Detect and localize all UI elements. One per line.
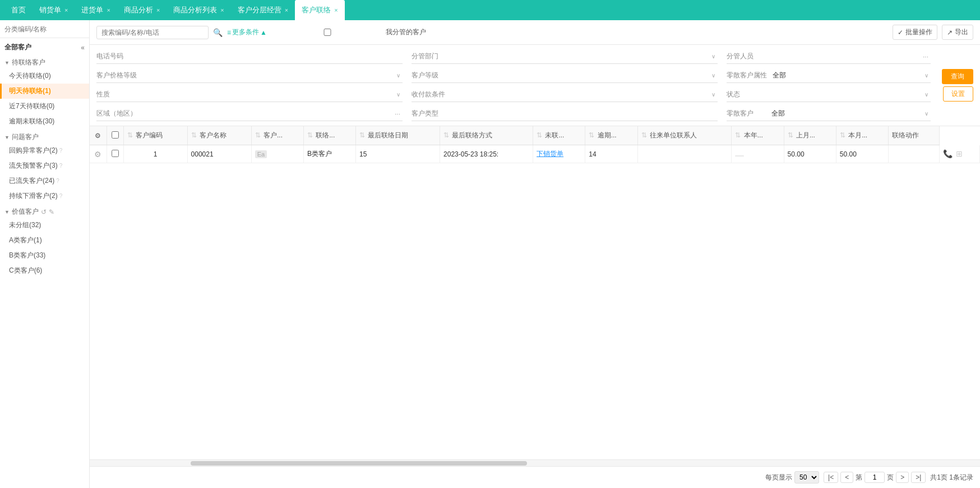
filter-status-arrow[interactable]: ∨ (924, 91, 928, 98)
close-purchase-order-icon[interactable]: × (107, 7, 110, 13)
nav-customer-contact[interactable]: 客户联络 × (295, 0, 344, 20)
filter-dept-arrow[interactable]: ∨ (711, 53, 715, 59)
sidebar-item-b-class[interactable]: B类客户(33) (0, 248, 89, 263)
contact-method-link[interactable]: 下销货单 (537, 150, 563, 158)
sidebar-item-ungrouped[interactable]: 未分组(32) (0, 218, 89, 233)
sidebar-item-tomorrow-pending[interactable]: 明天待联络(1) (0, 84, 89, 99)
col-customer-type[interactable]: ⇅ 客户... (251, 126, 303, 145)
nav-home[interactable]: 首页 (4, 0, 33, 20)
filter-row-1: 电话号码 分管部门 ∨ 分管人员 ··· (96, 49, 940, 64)
sidebar-search-input[interactable] (4, 25, 89, 33)
filter-scatter-attr-arrow[interactable]: ∨ (924, 72, 928, 79)
prev-page-button[interactable]: < (840, 472, 853, 483)
filter-customer-level-arrow[interactable]: ∨ (711, 72, 715, 79)
filter-scatter-attr-value: 全部 (773, 71, 786, 80)
search-input[interactable] (96, 26, 209, 39)
nav-product-analysis[interactable]: 商品分析 × (117, 0, 167, 20)
filter-scatter-attr-label: 零散客户属性 (727, 71, 767, 80)
my-customers-checkbox-label[interactable]: 我分管的客户 (271, 27, 426, 37)
col-gear[interactable]: ⚙ (90, 126, 107, 145)
row-select-checkbox[interactable] (112, 150, 119, 157)
sidebar-item-c-class[interactable]: C类客户(6) (0, 263, 89, 278)
row-last-contact-method[interactable]: 下销货单 (533, 145, 585, 163)
help-icon-3[interactable]: ? (59, 193, 63, 199)
close-product-analysis-icon[interactable]: × (156, 7, 160, 13)
collapse-sidebar-icon[interactable]: « (81, 44, 85, 52)
help-icon-0[interactable]: ? (59, 148, 63, 154)
value-edit-icon[interactable]: ✎ (49, 208, 54, 216)
filter-region-dots[interactable]: ··· (395, 110, 400, 118)
help-icon-1[interactable]: ? (59, 163, 63, 169)
value-section-title: 价值客户 ↺ ✎ (0, 204, 89, 218)
nav-sales-order[interactable]: 销货单 × (33, 0, 75, 20)
filter-row-3: 性质 ∨ 收付款条件 ∨ 状态 ∨ (96, 88, 940, 102)
close-product-analysis-list-icon[interactable]: × (220, 7, 224, 13)
sidebar-item-a-class[interactable]: A类客户(1) (0, 233, 89, 248)
gear-icon[interactable]: ⚙ (95, 132, 101, 140)
filter-customer-level-label: 客户等级 (412, 71, 451, 80)
filter-nature-arrow[interactable]: ∨ (396, 91, 400, 98)
filter-scatter-customer-arrow[interactable]: ∨ (924, 111, 928, 117)
row-this-month (889, 145, 940, 163)
col-contact[interactable]: ⇅ 联络... (303, 126, 355, 145)
filter-toggle[interactable]: ≡ 更多条件 ▲ (227, 27, 267, 37)
table-header-row: ⚙ ⇅ 客户编码 ⇅ 客户名称 (90, 126, 980, 145)
col-uncontacted[interactable]: ⇅ 未联... (533, 126, 585, 145)
row-last-contact-date: 2023-05-23 18:25: (440, 145, 533, 163)
next-page-button[interactable]: > (896, 472, 909, 483)
sidebar-item-overdue-pending[interactable]: 逾期未联络(30) (0, 114, 89, 129)
page-number-input[interactable] (865, 472, 885, 483)
col-last-contact-method[interactable]: ⇅ 最后联络方式 (440, 126, 533, 145)
close-sales-order-icon[interactable]: × (64, 7, 68, 13)
pending-section-title: 待联络客户 (0, 54, 89, 68)
filter-price-level-arrow[interactable]: ∨ (396, 72, 400, 79)
nav-purchase-order[interactable]: 进货单 × (75, 0, 117, 20)
action-qr-icon[interactable]: ⊞ (956, 149, 963, 158)
row-customer-type: B类客户 (303, 145, 355, 163)
row-customer-name[interactable]: Ea (251, 145, 303, 163)
col-last-month[interactable]: ⇅ 上月... (784, 126, 836, 145)
row-gear[interactable]: ⚙ (90, 145, 107, 163)
filter-payment-arrow[interactable]: ∨ (711, 91, 715, 98)
all-customers-header: 全部客户 « (0, 38, 89, 54)
last-page-button[interactable]: >| (911, 472, 926, 483)
help-icon-2[interactable]: ? (56, 178, 59, 184)
filter-person-dots[interactable]: ··· (923, 53, 928, 61)
col-customer-code[interactable]: ⇅ 客户编码 (123, 126, 187, 145)
col-company-contact[interactable]: ⇅ 往来单位联系人 (637, 126, 732, 145)
sidebar-item-churn-warning[interactable]: 流失预警客户(3) ? (0, 158, 89, 173)
col-this-month[interactable]: ⇅ 本月... (836, 126, 888, 145)
col-overdue[interactable]: ⇅ 逾期... (585, 126, 637, 145)
sidebar-item-repurchase-abnormal[interactable]: 回购异常客户(2) ? (0, 143, 89, 158)
select-all-checkbox[interactable] (112, 131, 119, 139)
filter-nature-label: 性质 (96, 90, 136, 99)
col-customer-name[interactable]: ⇅ 客户名称 (187, 126, 251, 145)
row-uncontacted: 14 (585, 145, 637, 163)
close-customer-tier-icon[interactable]: × (285, 7, 288, 13)
nav-product-analysis-list[interactable]: 商品分析列表 × (167, 0, 230, 20)
sort-icon-company: ⇅ (641, 131, 647, 139)
row-overdue (637, 145, 732, 163)
sidebar-item-churned[interactable]: 已流失客户(24) ? (0, 173, 89, 188)
page-size-select[interactable]: 50 (794, 471, 819, 484)
first-page-button[interactable]: |< (824, 472, 838, 483)
set-button[interactable]: 设置 (943, 86, 973, 102)
col-last-contact-date[interactable]: ⇅ 最后联络日期 (356, 126, 440, 145)
sidebar-item-today-pending[interactable]: 今天待联络(0) (0, 68, 89, 84)
col-this-year[interactable]: ⇅ 本年... (732, 126, 784, 145)
export-button[interactable]: ↗ 导出 (942, 25, 973, 40)
pagination: |< < 第 页 > >| (824, 472, 926, 483)
close-customer-contact-icon[interactable]: × (334, 7, 338, 13)
nav-customer-tier[interactable]: 客户分层经营 × (231, 0, 295, 20)
toolbar-search-icon[interactable]: 🔍 (213, 28, 223, 37)
scrollbar-thumb[interactable] (191, 461, 527, 466)
filter-price-level-label: 客户价格等级 (96, 71, 137, 80)
batch-operation-button[interactable]: ✓ 批量操作 (893, 25, 937, 40)
my-customers-checkbox[interactable] (271, 29, 383, 36)
sidebar-item-week-pending[interactable]: 近7天待联络(0) (0, 99, 89, 114)
action-phone-icon[interactable]: 📞 (943, 149, 953, 158)
query-button[interactable]: 查询 (942, 69, 973, 84)
sidebar-item-declining[interactable]: 持续下滑客户(2) ? (0, 188, 89, 204)
value-refresh-icon[interactable]: ↺ (41, 208, 47, 216)
horizontal-scrollbar[interactable] (90, 459, 980, 466)
